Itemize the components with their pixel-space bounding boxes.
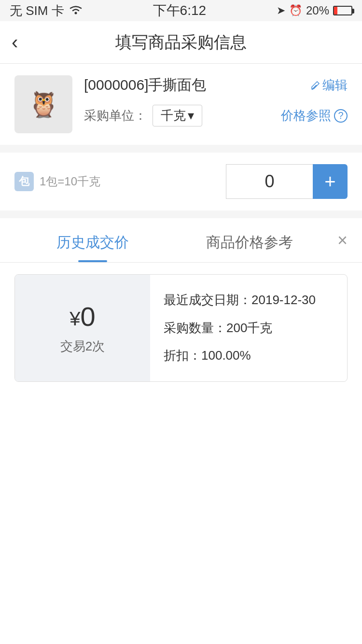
dropdown-arrow-icon: ▾ [188, 108, 194, 123]
quantity-input[interactable] [226, 164, 313, 199]
product-info-top: [0000006]手撕面包 编辑 [84, 75, 348, 95]
tab-active-underline [78, 260, 107, 262]
unit-row: 采购单位： 千克 ▾ [84, 105, 202, 126]
price-value: 0 [81, 301, 96, 332]
battery-percent: 20% [306, 4, 329, 17]
status-time: 下午6:12 [153, 1, 207, 20]
product-logo-icon: 🦉 [28, 90, 59, 119]
detail-discount-label: 折扣： [164, 348, 201, 363]
status-indicators: ➤ ⏰ 20% [277, 4, 352, 17]
product-section: 🦉 [0000006]手撕面包 编辑 采购单位： 千克 ▾ [0, 64, 362, 145]
svg-rect-1 [311, 84, 317, 90]
carrier-text: 无 SIM 卡 [10, 2, 64, 19]
price-detail-quantity: 采购数量：200千克 [164, 318, 334, 338]
edit-button[interactable]: 编辑 [310, 77, 348, 94]
tabs-header: 历史成交价 商品价格参考 × [0, 218, 362, 263]
product-name: [0000006]手撕面包 [84, 75, 206, 95]
page-title: 填写商品采购信息 [115, 31, 247, 54]
wifi-icon [69, 3, 83, 18]
product-info: [0000006]手撕面包 编辑 采购单位： 千克 ▾ [84, 75, 348, 126]
detail-date-value: 2019-12-30 [251, 293, 316, 307]
price-detail-date: 最近成交日期：2019-12-30 [164, 290, 334, 310]
price-amount: ¥0 [70, 301, 95, 332]
detail-date-label: 最近成交日期： [164, 293, 251, 307]
status-bar: 无 SIM 卡 下午6:12 ➤ ⏰ 20% [0, 0, 362, 21]
price-detail-discount: 折扣：100.00% [164, 346, 334, 366]
unit-badge: 包 [14, 172, 34, 191]
battery-icon [333, 6, 352, 15]
detail-qty-value: 200千克 [226, 321, 272, 335]
svg-point-0 [74, 12, 77, 14]
tab-reference-label: 商品价格参考 [206, 234, 293, 250]
price-ref-label: 价格参照 [281, 107, 331, 124]
product-row: 🦉 [0000006]手撕面包 编辑 采购单位： 千克 ▾ [14, 75, 348, 133]
price-reference-button[interactable]: 价格参照 ? [281, 107, 348, 124]
bottom-area [0, 393, 362, 644]
unit-badge-text: 包 [19, 174, 29, 189]
price-card: ¥0 交易2次 最近成交日期：2019-12-30 采购数量：200千克 折扣：… [14, 274, 348, 382]
tabs-section: 历史成交价 商品价格参考 × ¥0 交易2次 最近成交日期：2019-12-30… [0, 218, 362, 393]
detail-discount-value: 100.00% [201, 348, 251, 363]
unit-value: 千克 [161, 107, 186, 124]
edit-label: 编辑 [322, 77, 348, 94]
tab-history-label: 历史成交价 [56, 234, 129, 250]
quantity-label: 包 1包=10千克 [14, 172, 100, 191]
tab-history-price[interactable]: 历史成交价 [14, 218, 171, 262]
detail-qty-label: 采购数量： [164, 321, 226, 335]
tab-content-history: ¥0 交易2次 最近成交日期：2019-12-30 采购数量：200千克 折扣：… [0, 263, 362, 393]
price-card-left: ¥0 交易2次 [15, 275, 150, 381]
alarm-icon: ⏰ [289, 4, 302, 17]
quantity-input-group: + [226, 164, 348, 199]
nav-bar: ‹ 填写商品采购信息 [0, 21, 362, 64]
close-button[interactable]: × [328, 221, 348, 260]
location-icon: ➤ [277, 4, 285, 17]
unit-label: 采购单位： [84, 107, 147, 124]
product-thumbnail: 🦉 [14, 75, 72, 133]
tab-price-reference[interactable]: 商品价格参考 [171, 218, 327, 262]
quantity-hint: 1包=10千克 [40, 174, 100, 189]
yen-symbol: ¥ [70, 308, 80, 329]
help-icon: ? [334, 109, 348, 123]
unit-select[interactable]: 千克 ▾ [153, 105, 202, 126]
back-button[interactable]: ‹ [12, 31, 18, 53]
price-trades: 交易2次 [60, 338, 105, 355]
status-carrier: 无 SIM 卡 [10, 2, 83, 19]
product-info-bottom: 采购单位： 千克 ▾ 价格参照 ? [84, 105, 348, 126]
quantity-plus-button[interactable]: + [313, 164, 348, 199]
price-card-right: 最近成交日期：2019-12-30 采购数量：200千克 折扣：100.00% [150, 275, 347, 381]
quantity-section: 包 1包=10千克 + [0, 153, 362, 210]
